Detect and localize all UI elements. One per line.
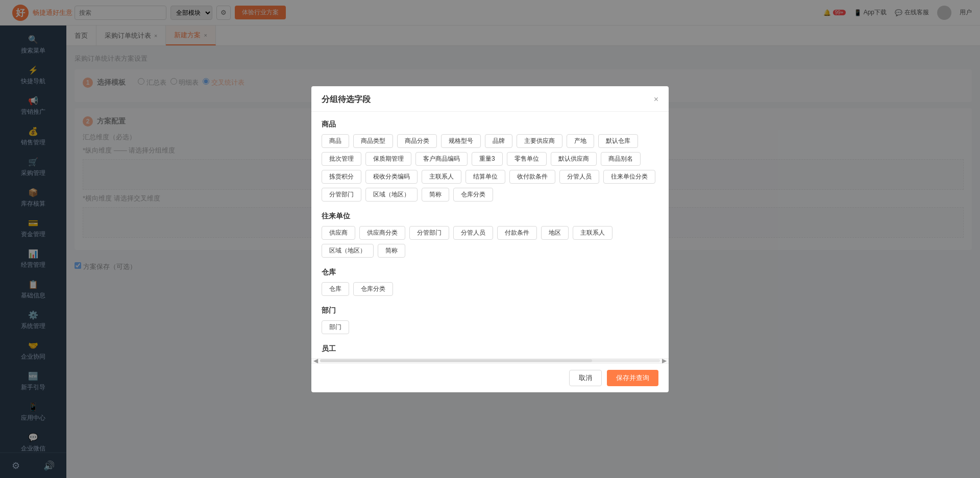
- field-tag-0-17[interactable]: 主联系人: [422, 170, 461, 184]
- field-tag-1-2[interactable]: 分管部门: [409, 226, 449, 240]
- field-tag-1-1[interactable]: 供应商分类: [359, 226, 405, 240]
- field-tag-0-1[interactable]: 商品类型: [353, 134, 393, 148]
- confirm-button[interactable]: 保存并查询: [607, 370, 658, 386]
- field-tags-3: 部门: [322, 320, 658, 334]
- section-title-0: 商品: [322, 120, 658, 129]
- section-title-4: 员工: [322, 344, 658, 354]
- field-section-0: 商品商品商品类型商品分类规格型号品牌主要供应商产地默认仓库批次管理保质期管理客户…: [322, 120, 658, 202]
- field-tag-0-5[interactable]: 主要供应商: [517, 134, 562, 148]
- field-tag-0-13[interactable]: 默认供应商: [551, 152, 597, 166]
- field-tag-1-4[interactable]: 付款条件: [497, 226, 537, 240]
- hscroll-track[interactable]: [320, 359, 660, 362]
- dialog-hscroll: ◀ ▶: [311, 358, 669, 363]
- field-tag-1-5[interactable]: 地区: [541, 226, 569, 240]
- section-title-3: 部门: [322, 306, 658, 315]
- field-tags-1: 供应商供应商分类分管部门分管人员付款条件地区主联系人区域（地区）简称: [322, 226, 658, 258]
- section-title-1: 往来单位: [322, 212, 658, 221]
- field-tag-0-15[interactable]: 拣货积分: [322, 170, 361, 184]
- close-icon[interactable]: ×: [654, 95, 658, 104]
- section-title-2: 仓库: [322, 268, 658, 277]
- hscroll-thumb: [320, 359, 592, 362]
- field-tag-3-0[interactable]: 部门: [322, 320, 349, 334]
- field-section-1: 往来单位供应商供应商分类分管部门分管人员付款条件地区主联系人区域（地区）简称: [322, 212, 658, 258]
- dialog-title: 分组待选字段: [322, 94, 371, 105]
- field-tag-0-25[interactable]: 仓库分类: [453, 188, 493, 202]
- field-tag-0-8[interactable]: 批次管理: [322, 152, 361, 166]
- field-tag-0-7[interactable]: 默认仓库: [598, 134, 638, 148]
- field-tag-1-3[interactable]: 分管人员: [453, 226, 493, 240]
- field-tag-0-6[interactable]: 产地: [567, 134, 594, 148]
- field-tag-1-8[interactable]: 简称: [378, 244, 405, 258]
- dialog-body[interactable]: 商品商品商品类型商品分类规格型号品牌主要供应商产地默认仓库批次管理保质期管理客户…: [311, 112, 669, 358]
- cancel-button[interactable]: 取消: [569, 370, 602, 386]
- field-tag-0-11[interactable]: 重量3: [472, 152, 503, 166]
- field-tag-0-3[interactable]: 规格型号: [441, 134, 481, 148]
- field-tag-0-14[interactable]: 商品别名: [601, 152, 641, 166]
- dialog-header: 分组待选字段 ×: [311, 86, 669, 112]
- field-tag-2-1[interactable]: 仓库分类: [353, 282, 393, 296]
- field-section-3: 部门部门: [322, 306, 658, 334]
- field-tag-0-10[interactable]: 客户商品编码: [415, 152, 468, 166]
- field-tag-0-18[interactable]: 结算单位: [465, 170, 505, 184]
- field-section-4: 员工业务员: [322, 344, 658, 358]
- field-section-2: 仓库仓库仓库分类: [322, 268, 658, 296]
- field-tag-0-9[interactable]: 保质期管理: [365, 152, 411, 166]
- field-tag-0-2[interactable]: 商品分类: [397, 134, 437, 148]
- dialog-footer: 取消 保存并查询: [311, 363, 669, 392]
- field-tag-0-23[interactable]: 区域（地区）: [365, 188, 418, 202]
- field-tag-0-24[interactable]: 简称: [422, 188, 449, 202]
- field-tag-0-0[interactable]: 商品: [322, 134, 349, 148]
- field-tag-0-16[interactable]: 税收分类编码: [365, 170, 418, 184]
- field-tag-2-0[interactable]: 仓库: [322, 282, 349, 296]
- dialog-overlay: 分组待选字段 × 商品商品商品类型商品分类规格型号品牌主要供应商产地默认仓库批次…: [0, 0, 980, 478]
- field-tag-0-19[interactable]: 收付款条件: [509, 170, 555, 184]
- field-select-dialog: 分组待选字段 × 商品商品商品类型商品分类规格型号品牌主要供应商产地默认仓库批次…: [311, 86, 669, 392]
- field-tag-1-6[interactable]: 主联系人: [573, 226, 612, 240]
- field-tag-0-20[interactable]: 分管人员: [559, 170, 599, 184]
- field-tag-0-12[interactable]: 零售单位: [507, 152, 547, 166]
- field-tag-1-0[interactable]: 供应商: [322, 226, 355, 240]
- field-tag-1-7[interactable]: 区域（地区）: [322, 244, 374, 258]
- field-tag-0-4[interactable]: 品牌: [485, 134, 512, 148]
- field-tags-2: 仓库仓库分类: [322, 282, 658, 296]
- field-tags-0: 商品商品类型商品分类规格型号品牌主要供应商产地默认仓库批次管理保质期管理客户商品…: [322, 134, 658, 202]
- field-tag-0-22[interactable]: 分管部门: [322, 188, 361, 202]
- field-tag-0-21[interactable]: 往来单位分类: [603, 170, 655, 184]
